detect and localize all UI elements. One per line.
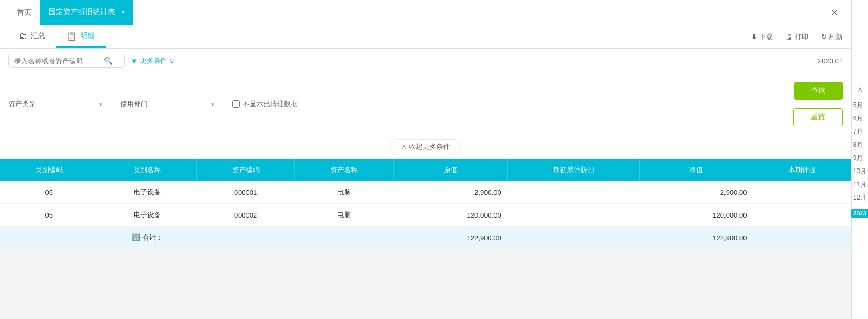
department-filter: 使用部门 [120,99,215,109]
col-current-period: 本期计提 [753,159,851,181]
cell-asset-name: 电脑 [295,181,394,204]
exclude-cleared-item: 不显示已清理数据 [232,99,298,109]
download-icon: ⬇ [751,33,757,41]
print-label: 打印 [795,32,808,42]
cell-original-value: 120,000.00 [394,204,508,227]
exclude-cleared-checkbox[interactable] [232,100,240,108]
table-wrap: 类别编码 类别名称 资产编码 资产名称 原值 期初累计折旧 净值 本期计提 05… [0,159,851,249]
download-action[interactable]: ⬇ 下载 [751,32,773,42]
search-input-wrap: 🔍 [8,54,125,68]
download-label: 下载 [759,32,773,42]
sidebar-month-item[interactable]: 11月 [852,178,867,191]
filter-icon: ▼ [131,57,138,65]
sidebar-month-item[interactable]: 10月 [852,165,867,178]
sidebar-month-item[interactable]: 9月 [852,152,867,165]
print-action[interactable]: 🖨 打印 [786,32,808,42]
reset-button[interactable]: 重置 [793,108,843,126]
cell-original-value: 2,900.00 [394,181,508,204]
chevron-down-icon: ∨ [169,57,175,65]
window-close-button[interactable]: ✕ [826,5,843,21]
top-nav: 首页 固定资产折旧统计表 × ✕ [0,0,851,25]
tab-detail[interactable]: 📋 明细 [56,25,106,48]
data-table: 类别编码 类别名称 资产编码 资产名称 原值 期初累计折旧 净值 本期计提 05… [0,159,851,249]
footer-asset-name [295,227,394,249]
col-category-code: 类别编码 [0,159,98,181]
cell-current-period [753,204,851,227]
search-icon: 🔍 [104,57,113,65]
cell-initial-depreciation [508,181,640,204]
sidebar-month-item[interactable]: 6月 [852,112,867,125]
col-asset-name: 资产名称 [295,159,394,181]
filter-row: 资产类别 使用部门 不显示已清理数据 [8,82,843,126]
cell-asset-code: 000002 [196,204,295,227]
query-button[interactable]: 查询 [794,82,843,100]
table-row: 05 电子设备 000002 电脑 120,000.00 120,000.00 [0,204,851,227]
scroll-up-icon[interactable]: ∧ [857,85,863,95]
sidebar-month-item[interactable]: 5月 [852,99,867,112]
right-sidebar: ∧ 5月6月7月8月9月10月11月12月 2023 [851,0,868,249]
summary-icon: 🗂 [19,31,27,41]
collapse-button[interactable]: ∧ 收起更多条件 [390,139,461,154]
tab-detail-label: 明细 [80,31,95,41]
department-select-wrap [152,99,215,109]
table-body: 05 电子设备 000001 电脑 2,900.00 2,900.00 05 电… [0,181,851,227]
asset-category-label: 资产类别 [8,99,36,109]
cell-asset-name: 电脑 [295,204,394,227]
nav-tab-fixed-assets[interactable]: 固定资产折旧统计表 × [40,0,133,25]
filter-buttons: 查询 重置 [793,82,843,126]
cell-net-value: 120,000.00 [639,204,753,227]
nav-tab-close-icon[interactable]: × [121,8,125,16]
department-select[interactable] [152,99,215,109]
table-header-row: 类别编码 类别名称 资产编码 资产名称 原值 期初累计折旧 净值 本期计提 [0,159,851,181]
cell-category-name: 电子设备 [98,204,197,227]
sidebar-month-item[interactable]: 12月 [852,191,867,204]
search-input[interactable] [14,57,104,65]
cell-asset-code: 000001 [196,181,295,204]
cell-current-period [753,181,851,204]
footer-label-cell: 🔢 合计： [0,227,295,249]
col-net-value: 净值 [639,159,753,181]
table-row: 05 电子设备 000001 电脑 2,900.00 2,900.00 [0,181,851,204]
nav-home[interactable]: 首页 [8,0,40,25]
col-original-value: 原值 [394,159,508,181]
col-asset-code: 资产编码 [196,159,295,181]
collapse-bar: ∧ 收起更多条件 [0,135,851,159]
cell-category-code: 05 [0,181,98,204]
table-footer: 🔢 合计： 122,900.00 122,900.00 [0,227,851,249]
tab-summary-label: 汇总 [31,31,45,41]
detail-icon: 📋 [66,31,77,41]
more-filter-label: 更多条件 [140,56,167,65]
asset-category-select-wrap [40,99,103,109]
footer-net-value: 122,900.00 [639,227,753,249]
print-icon: 🖨 [786,33,793,41]
col-category-name: 类别名称 [98,159,197,181]
date-label: 2023.01 [818,57,843,65]
refresh-action[interactable]: ↻ 刷新 [821,32,843,42]
search-bar: 🔍 ▼ 更多条件 ∨ 2023.01 [0,49,851,73]
refresh-icon: ↻ [821,33,827,41]
cell-category-name: 电子设备 [98,181,197,204]
refresh-label: 刷新 [829,32,843,42]
table-footer-row: 🔢 合计： 122,900.00 122,900.00 [0,227,851,249]
more-filter-button[interactable]: ▼ 更多条件 ∨ [131,56,175,65]
asset-category-select[interactable] [40,99,103,109]
cell-category-code: 05 [0,204,98,227]
footer-original-value: 122,900.00 [394,227,508,249]
col-initial-depreciation: 期初累计折旧 [508,159,640,181]
sub-tabs-bar: 🗂 汇总 📋 明细 ⬇ 下载 🖨 打印 ↻ 刷新 [0,25,851,49]
cell-net-value: 2,900.00 [639,181,753,204]
table-header: 类别编码 类别名称 资产编码 资产名称 原值 期初累计折旧 净值 本期计提 [0,159,851,181]
footer-label: 合计： [142,233,163,241]
exclude-cleared-label: 不显示已清理数据 [243,99,298,109]
asset-category-filter: 资产类别 [8,99,103,109]
cell-initial-depreciation [508,204,640,227]
tab-summary[interactable]: 🗂 汇总 [8,25,56,48]
footer-current-period [753,227,851,249]
department-label: 使用部门 [120,99,148,109]
sidebar-month-item[interactable]: 7月 [852,125,867,138]
filter-area: 资产类别 使用部门 不显示已清理数据 [0,73,851,135]
nav-tab-label: 固定资产折旧统计表 [49,7,115,17]
year-badge[interactable]: 2023 [851,209,868,218]
total-icon: 🔢 [132,233,140,241]
sidebar-month-item[interactable]: 8月 [852,138,867,152]
